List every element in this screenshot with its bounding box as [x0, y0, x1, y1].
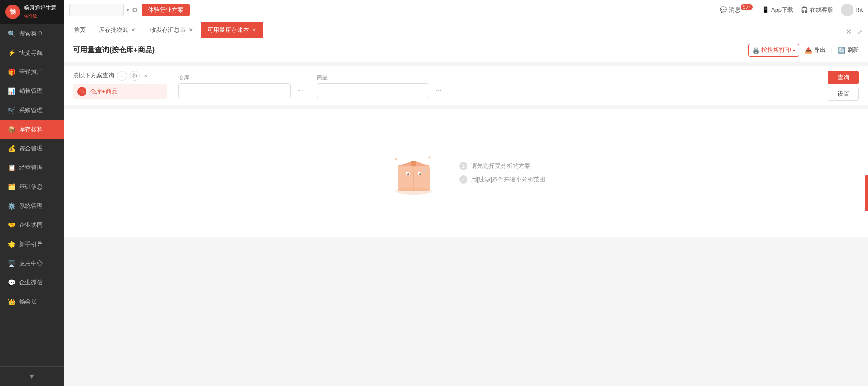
tab-home[interactable]: 首页 — [67, 22, 92, 38]
sidebar-item-operations[interactable]: 📋经营管理 — [0, 158, 64, 177]
sidebar-item-app-center[interactable]: 🖥️应用中心 — [0, 254, 64, 273]
print-template-btn[interactable]: 🖨️ 按模板打印 ▾ — [748, 44, 799, 57]
topbar-message[interactable]: 💬 消息 99+ — [720, 6, 755, 14]
scheme-settings-btn[interactable]: ⚙ — [130, 71, 140, 81]
tab-receive-summary-close[interactable]: ✕ — [188, 27, 193, 33]
tab-available-stock[interactable]: 可用量库存账本 ✕ — [201, 22, 263, 38]
topbar-search-input[interactable] — [69, 4, 124, 16]
tabs-close-all-btn[interactable]: ✕ — [844, 26, 853, 38]
sidebar-label-app-center: 应用中心 — [19, 259, 43, 268]
export-icon: 📤 — [805, 47, 812, 54]
sidebar-icon-member: 👑 — [7, 298, 15, 305]
sidebar-icon-shortcut: ⚡ — [7, 49, 15, 57]
filter-scheme-label: 按以下方案查询 — [73, 72, 114, 80]
tabs-right-actions: ✕ ⤢ — [844, 26, 868, 38]
product-input[interactable] — [317, 83, 429, 98]
sidebar-icon-inventory: 📦 — [7, 126, 15, 133]
sidebar-label-member: 畅会员 — [19, 298, 37, 306]
tab-batch-account[interactable]: 库存批次账 ✕ — [92, 22, 142, 38]
sidebar-menu: 🔍搜索菜单⚡快捷导航🎁营销推广📊销售管理🛒采购管理📦库存核算💰资金管理📋经营管理… — [0, 24, 64, 366]
scheme-item-warehouse-product[interactable]: ⊙ 仓库+商品 — [73, 84, 167, 99]
tip-num-1: 1 — [459, 162, 467, 170]
empty-illustration: ✦ ✦ — [386, 145, 441, 200]
topbar-gear-icon[interactable]: ⚙ — [132, 6, 138, 14]
tab-available-stock-close[interactable]: ✕ — [252, 27, 256, 33]
topbar-right: 💬 消息 99+ 📱 App下载 🎧 在线客服 Rit — [720, 4, 863, 16]
export-btn[interactable]: 📤 导出 — [805, 46, 826, 54]
refresh-btn[interactable]: 🔄 刷新 — [838, 46, 859, 54]
action-divider: | — [831, 47, 832, 54]
sidebar-icon-basic: 🗂️ — [7, 183, 15, 190]
sidebar-item-marketing-promo[interactable]: 🎁营销推广 — [0, 62, 64, 82]
sidebar-item-newbie[interactable]: 🌟新手引导 — [0, 235, 64, 254]
sidebar-item-member[interactable]: 👑畅会员 — [0, 292, 64, 311]
svg-text:✦: ✦ — [393, 155, 399, 163]
message-label: 消息 — [729, 6, 741, 14]
username-label: Rit — [855, 6, 863, 13]
tabs-expand-btn[interactable]: ⤢ — [855, 26, 864, 37]
filter-section: 按以下方案查询 + ⚙ « ⊙ 仓库+商品 仓库 ··· — [64, 66, 868, 105]
product-more-btn[interactable]: ··· — [433, 86, 444, 96]
main-area: ▾ ⚙ 体验行业方案 💬 消息 99+ 📱 App下载 🎧 在线客服 Rit — [64, 0, 868, 386]
headset-icon: 🎧 — [801, 6, 808, 13]
experience-btn[interactable]: 体验行业方案 — [142, 4, 190, 16]
sidebar-item-inventory[interactable]: 📦库存核算 — [0, 120, 64, 139]
warehouse-more-btn[interactable]: ··· — [294, 86, 306, 96]
print-chevron-icon: ▾ — [793, 48, 795, 53]
sidebar-item-shortcut[interactable]: ⚡快捷导航 — [0, 43, 64, 62]
query-btn[interactable]: 查询 — [828, 71, 859, 84]
tip-num-2: 2 — [459, 175, 467, 184]
sidebar-item-purchase[interactable]: 🛒采购管理 — [0, 101, 64, 120]
topbar-user[interactable]: Rit — [841, 4, 863, 16]
refresh-icon: 🔄 — [838, 47, 845, 54]
svg-point-7 — [419, 173, 421, 175]
empty-tip-1: 1 请先选择要分析的方案 — [459, 162, 545, 170]
empty-state: ✦ ✦ 1 请先选择要分析的方案 2 用[过滤]条件来缩小分析范围 — [64, 109, 868, 237]
filter-scheme-header: 按以下方案查询 + ⚙ « — [73, 71, 167, 81]
sidebar-icon-wechat: 💬 — [7, 279, 15, 286]
tab-receive-summary[interactable]: 收发存汇总表 ✕ — [143, 22, 200, 38]
topbar-chevron-icon[interactable]: ▾ — [127, 7, 129, 13]
filter-left: 按以下方案查询 + ⚙ « ⊙ 仓库+商品 — [73, 71, 173, 99]
sidebar-label-operations: 经营管理 — [19, 164, 43, 172]
scheme-item-label: 仓库+商品 — [90, 87, 117, 96]
sidebar-item-enterprise[interactable]: 🤝企业协同 — [0, 216, 64, 235]
sidebar-icon-sales: 📊 — [7, 87, 15, 95]
page-header-actions: 🖨️ 按模板打印 ▾ 📤 导出 | 🔄 刷新 — [748, 44, 859, 57]
sidebar-label-inventory: 库存核算 — [19, 125, 43, 134]
warehouse-input-row: ··· — [178, 83, 306, 98]
refresh-label: 刷新 — [847, 46, 859, 54]
topbar: ▾ ⚙ 体验行业方案 💬 消息 99+ 📱 App下载 🎧 在线客服 Rit — [64, 0, 868, 20]
sidebar-item-wechat[interactable]: 💬企业微信 — [0, 273, 64, 292]
sidebar-label-search: 搜索菜单 — [19, 30, 43, 38]
tab-batch-account-close[interactable]: ✕ — [131, 27, 136, 33]
sidebar-icon-system: ⚙️ — [7, 202, 15, 210]
scheme-add-btn[interactable]: + — [117, 71, 127, 81]
sidebar: 畅 畅康通好生意 标准版 🔍搜索菜单⚡快捷导航🎁营销推广📊销售管理🛒采购管理📦库… — [0, 0, 64, 386]
topbar-app-download[interactable]: 📱 App下载 — [762, 6, 793, 14]
sidebar-item-finance[interactable]: 💰资金管理 — [0, 139, 64, 158]
empty-tips: 1 请先选择要分析的方案 2 用[过滤]条件来缩小分析范围 — [459, 162, 545, 184]
sidebar-label-sales: 销售管理 — [19, 87, 43, 95]
svg-rect-2 — [411, 161, 416, 166]
sidebar-bottom: ▼ — [0, 366, 64, 386]
sidebar-label-wechat: 企业微信 — [19, 278, 43, 287]
warehouse-input[interactable] — [178, 83, 291, 98]
app-download-label: App下载 — [771, 6, 793, 14]
sidebar-title-area: 畅康通好生意 标准版 — [24, 5, 56, 19]
right-scroll-handle[interactable] — [865, 175, 868, 211]
settings-action-btn[interactable]: 设置 — [828, 87, 859, 101]
sidebar-item-basic[interactable]: 🗂️基础信息 — [0, 177, 64, 196]
topbar-online-service[interactable]: 🎧 在线客服 — [801, 6, 833, 14]
warehouse-label: 仓库 — [178, 74, 306, 82]
user-avatar — [841, 4, 853, 16]
sidebar-item-system[interactable]: ⚙️系统管理 — [0, 196, 64, 216]
empty-state-content: ✦ ✦ 1 请先选择要分析的方案 2 用[过滤]条件来缩小分析范围 — [386, 145, 545, 200]
message-icon: 💬 — [720, 6, 727, 13]
print-template-label: 按模板打印 — [761, 46, 791, 54]
scheme-collapse-btn[interactable]: « — [144, 72, 148, 79]
sidebar-scroll-down[interactable]: ▼ — [4, 371, 60, 382]
page-title: 可用量查询(按仓库+商品) — [73, 46, 155, 55]
sidebar-item-search[interactable]: 🔍搜索菜单 — [0, 24, 64, 43]
sidebar-item-sales[interactable]: 📊销售管理 — [0, 82, 64, 101]
